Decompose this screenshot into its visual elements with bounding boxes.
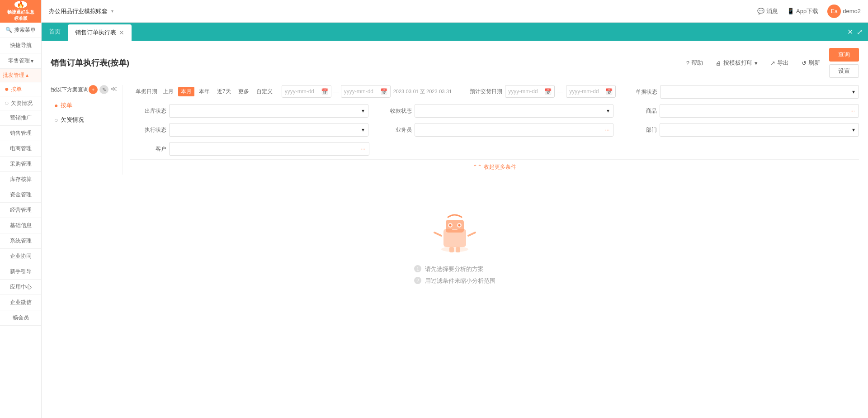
export-button[interactable]: ↗ 导出: [767, 57, 793, 69]
product-more-icon: ···: [850, 108, 855, 114]
product-input[interactable]: ···: [660, 104, 859, 118]
svg-point-6: [458, 224, 461, 227]
salesman-input[interactable]: ···: [415, 123, 614, 137]
page-title: 销售订单执行表(按单): [51, 57, 129, 68]
sidebar-item-system[interactable]: 系统管理: [0, 233, 41, 249]
industry-name: 办公用品行业模拟账套: [49, 7, 108, 15]
tab-bar-actions: ✕ ⤢: [847, 28, 868, 36]
sidebar-item-apps[interactable]: 应用中心: [0, 280, 41, 295]
out-status-select[interactable]: ▾: [169, 104, 368, 118]
date-tab-7days[interactable]: 近7天: [214, 87, 234, 96]
date-tab-this-month[interactable]: 本月: [178, 87, 194, 96]
date-input-group: yyyy-mm-dd 📅 — yyyy-mm-dd 📅: [282, 85, 391, 98]
sidebar-item-retail[interactable]: 零售管理 ▾: [0, 53, 41, 69]
panel-actions: + ✎ ≪: [89, 85, 117, 94]
svg-line-9: [468, 233, 475, 236]
sidebar-item-wholesale[interactable]: 批发管理 ▴: [0, 69, 41, 82]
date-tab-more[interactable]: 更多: [236, 87, 252, 96]
exec-status-label: 执行状态: [130, 126, 166, 134]
dept-select[interactable]: ▾: [660, 123, 859, 137]
scheme-item-欠资情况[interactable]: ○ 欠资情况: [51, 113, 117, 127]
receipt-status-select[interactable]: ▾: [415, 104, 614, 118]
main-area: 办公用品行业模拟账套 ▾ 💬 消息 📱 App下载 Ea demo2 首页 销售…: [42, 0, 868, 418]
svg-rect-7: [452, 229, 458, 230]
sidebar-item-sales[interactable]: 销售管理: [0, 126, 41, 141]
scheme-item-按单[interactable]: ● 按单: [51, 99, 117, 112]
search-button[interactable]: 查询: [829, 48, 859, 62]
cal-pred-to-icon: 📅: [605, 88, 613, 95]
date-tab-this-year[interactable]: 本年: [196, 87, 212, 96]
top-header: 办公用品行业模拟账套 ▾ 💬 消息 📱 App下载 Ea demo2: [42, 0, 868, 23]
scheme-active-icon: ●: [54, 102, 58, 109]
empty-illustration: [432, 211, 477, 256]
sidebar-item-wechat[interactable]: 企业微信: [0, 295, 41, 310]
sidebar-sub-欠资情况[interactable]: ○ 欠资情况: [0, 96, 41, 110]
tab-sales-order[interactable]: 销售订单执行表 ✕: [68, 24, 132, 41]
customer-more-icon: ···: [361, 146, 365, 152]
status-dropdown-icon: ▾: [852, 89, 855, 95]
tab-maximize-icon[interactable]: ⤢: [857, 28, 863, 36]
sidebar-item-purchase[interactable]: 采购管理: [0, 157, 41, 172]
tab-home[interactable]: 首页: [42, 23, 68, 41]
print-icon: 🖨: [716, 60, 722, 66]
sidebar-sub-按单[interactable]: ● 按单: [0, 82, 41, 96]
circle-icon: ○: [5, 99, 9, 107]
header-right: 💬 消息 📱 App下载 Ea demo2: [757, 5, 861, 18]
status-select[interactable]: ▾: [660, 85, 859, 99]
sidebar-item-finance[interactable]: 资金管理: [0, 187, 41, 203]
sidebar-item-ecom[interactable]: 电商管理: [0, 141, 41, 157]
sidebar-quick-nav[interactable]: 快捷导航: [0, 38, 41, 53]
sidebar-item-base[interactable]: 基础信息: [0, 218, 41, 233]
refresh-button[interactable]: ↺ 刷新: [798, 57, 824, 69]
content-layout: 按以下方案查询 + ✎ ≪ ● 按单 ○ 欠资情况: [51, 85, 859, 175]
add-scheme-button[interactable]: +: [89, 85, 98, 94]
sidebar-item-newbie[interactable]: 新手引导: [0, 264, 41, 280]
setting-button[interactable]: 设置: [829, 64, 859, 78]
pred-date-separator: —: [557, 88, 563, 95]
page-actions: ? 帮助 🖨 按模板打印 ▾ ↗ 导出 ↺ 刷新: [683, 48, 859, 78]
svg-rect-10: [449, 247, 454, 252]
svg-point-0: [441, 247, 468, 252]
date-tabs: 上月 本月 本年 近7天 更多 自定义: [160, 87, 275, 96]
date-label: 单据日期: [130, 88, 157, 95]
sidebar-search[interactable]: 🔍 搜索菜单: [0, 23, 41, 38]
date-tab-custom[interactable]: 自定义: [254, 87, 275, 96]
sidebar-item-operations[interactable]: 经营管理: [0, 203, 41, 218]
scheme-inactive-icon: ○: [54, 116, 58, 124]
sidebar-item-inventory[interactable]: 库存核算: [0, 172, 41, 187]
download-icon: 📱: [787, 8, 794, 14]
empty-state: 1 请先选择要分析的方案 2 用过滤条件来缩小分析范围: [51, 175, 859, 325]
svg-point-5: [449, 224, 452, 227]
out-status-label: 出库状态: [130, 107, 166, 115]
svg-line-8: [434, 233, 441, 236]
collapse-panel-icon[interactable]: ≪: [110, 85, 117, 94]
tab-close-icon[interactable]: ✕: [119, 29, 124, 36]
message-icon: 💬: [757, 8, 764, 14]
sidebar-item-member[interactable]: 畅会员: [0, 310, 41, 326]
date-to-input[interactable]: yyyy-mm-dd 📅: [341, 85, 391, 98]
sidebar-item-marketing[interactable]: 营销推广: [0, 110, 41, 126]
help-icon: ?: [686, 60, 689, 66]
user-action[interactable]: Ea demo2: [827, 5, 861, 18]
exec-status-select[interactable]: ▾: [169, 123, 368, 137]
page-header: 销售订单执行表(按单) ? 帮助 🖨 按模板打印 ▾ ↗ 导出: [51, 48, 859, 78]
sidebar-item-cooperation[interactable]: 企业协同: [0, 249, 41, 264]
customer-input[interactable]: ···: [169, 142, 369, 156]
print-dropdown-icon[interactable]: ▾: [755, 60, 758, 66]
date-from-input[interactable]: yyyy-mm-dd 📅: [282, 85, 331, 98]
predicted-date-from-input[interactable]: yyyy-mm-dd 📅: [505, 85, 555, 98]
tip-num-2: 2: [414, 277, 421, 284]
help-button[interactable]: ? 帮助: [683, 57, 707, 69]
calendar-to-icon: 📅: [380, 88, 387, 95]
edit-scheme-button[interactable]: ✎: [99, 85, 108, 94]
predicted-date-to-input[interactable]: yyyy-mm-dd 📅: [566, 85, 616, 98]
app-download-action[interactable]: 📱 App下载: [787, 7, 818, 15]
industry-dropdown-icon[interactable]: ▾: [111, 9, 113, 14]
cal-pred-from-icon: 📅: [544, 88, 552, 95]
date-tab-last-month[interactable]: 上月: [160, 87, 176, 96]
empty-tips: 1 请先选择要分析的方案 2 用过滤条件来缩小分析范围: [414, 265, 495, 289]
tab-minimize-icon[interactable]: ✕: [847, 28, 853, 36]
collapse-bar[interactable]: ⌃⌃ 收起更多条件: [130, 159, 859, 175]
print-button[interactable]: 🖨 按模板打印 ▾: [712, 57, 761, 69]
message-action[interactable]: 💬 消息: [757, 7, 778, 15]
